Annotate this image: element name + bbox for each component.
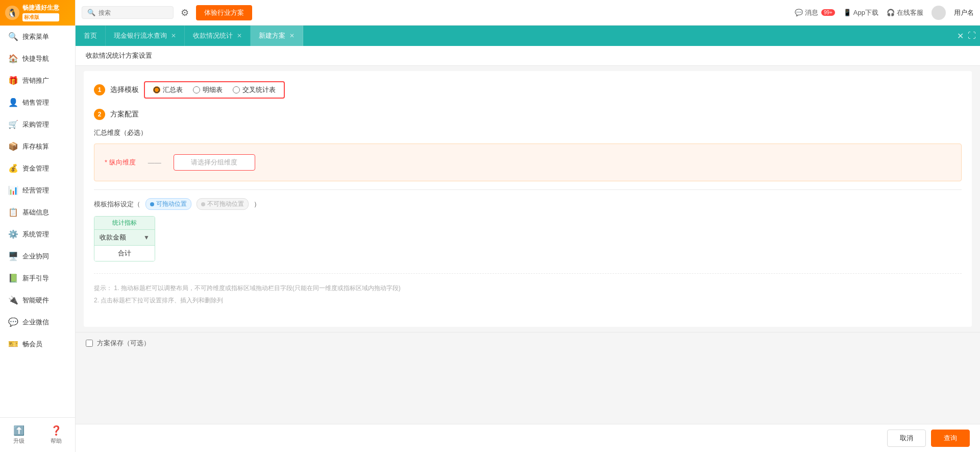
save-option-bar: 方案保存（可选） bbox=[76, 332, 980, 354]
sidebar-item-label: 畅会员 bbox=[22, 340, 42, 349]
sidebar-item-basic-info[interactable]: 📋 基础信息 bbox=[0, 201, 75, 223]
sidebar-item-collab[interactable]: 🖥️ 企业协同 bbox=[0, 245, 75, 267]
sidebar-upgrade-btn[interactable]: ⬆️ 升级 bbox=[0, 422, 38, 448]
sidebar-item-operation[interactable]: 📊 经营管理 bbox=[0, 179, 75, 201]
sidebar-item-inventory[interactable]: 📦 库存核算 bbox=[0, 135, 75, 157]
sidebar-logo: 🐧 畅捷通好生意 标准版 bbox=[0, 0, 75, 26]
sidebar-item-quick-nav[interactable]: 🏠 快捷导航 bbox=[0, 47, 75, 69]
sidebar-item-label: 营销推广 bbox=[22, 76, 49, 85]
radio-summary[interactable]: 汇总表 bbox=[153, 85, 183, 94]
metric-label-row: 模板指标设定（ 可拖动位置 不可拖动位置 ） bbox=[94, 198, 962, 210]
clipboard-icon: 📋 bbox=[8, 207, 18, 217]
draggable-badge: 可拖动位置 bbox=[145, 198, 191, 210]
metric-table-row[interactable]: 收款金额 ▼ bbox=[94, 230, 155, 245]
tips-text: 提示： 1. 拖动标题栏可以调整布局，不可跨维度或指标区域拖动栏目字段(只能在同… bbox=[94, 282, 962, 306]
metric-table: 统计指标 收款金额 ▼ 合计 bbox=[94, 216, 155, 261]
service-icon: 🎧 bbox=[887, 9, 895, 16]
draggable-text: 可拖动位置 bbox=[156, 200, 187, 208]
radio-detail-input[interactable] bbox=[193, 86, 200, 93]
logo-icon: 🐧 bbox=[5, 6, 19, 20]
metric-dropdown-icon[interactable]: ▼ bbox=[143, 234, 150, 241]
settings-icon[interactable]: ⚙ bbox=[181, 7, 189, 18]
step1-header: 1 选择模板 汇总表 明细表 交叉统计表 bbox=[94, 81, 962, 99]
radio-cross-input[interactable] bbox=[233, 86, 240, 93]
query-button[interactable]: 查询 bbox=[931, 430, 970, 447]
vertical-dim-label: 纵向维度 bbox=[105, 158, 136, 167]
radio-cross-label: 交叉统计表 bbox=[242, 85, 276, 94]
cart-icon: 🛒 bbox=[8, 120, 18, 129]
chat-icon: 💬 bbox=[8, 317, 18, 327]
tab-bar: 首页 现金银行流水查询 ✕ 收款情况统计 ✕ 新建方案 ✕ ✕ ⛶ bbox=[76, 26, 980, 46]
sidebar-help-btn[interactable]: ❓ 帮助 bbox=[38, 422, 76, 448]
tab-home-label: 首页 bbox=[84, 31, 97, 40]
tab-receipt-stats-close[interactable]: ✕ bbox=[237, 32, 242, 39]
message-icon: 💬 bbox=[795, 9, 803, 16]
tips-section: 提示： 1. 拖动标题栏可以调整布局，不可跨维度或指标区域拖动栏目字段(只能在同… bbox=[94, 273, 962, 306]
online-service-label: 在线客服 bbox=[897, 8, 923, 17]
search-input[interactable] bbox=[99, 9, 165, 16]
app-download-btn[interactable]: 📱 App下载 bbox=[843, 8, 878, 17]
box-icon: 📦 bbox=[8, 141, 18, 151]
book-icon: 📗 bbox=[8, 273, 18, 283]
sidebar-item-sales[interactable]: 👤 销售管理 bbox=[0, 91, 75, 113]
gift-icon: 🎁 bbox=[8, 76, 18, 85]
sidebar-item-corp-wechat[interactable]: 💬 企业微信 bbox=[0, 311, 75, 333]
trial-button[interactable]: 体验行业方案 bbox=[196, 5, 252, 20]
tab-new-plan[interactable]: 新建方案 ✕ bbox=[251, 26, 303, 46]
online-service-btn[interactable]: 🎧 在线客服 bbox=[887, 8, 923, 17]
step2-header: 2 方案配置 bbox=[94, 109, 962, 120]
step2-num: 2 bbox=[94, 109, 105, 120]
dimension-select[interactable]: 请选择分组维度 bbox=[174, 154, 255, 171]
app-icon: 📱 bbox=[843, 9, 851, 16]
tips-line1: 提示： 1. 拖动标题栏可以调整布局，不可跨维度或指标区域拖动栏目字段(只能在同… bbox=[94, 282, 962, 294]
metric-config-label-suffix: ） bbox=[254, 200, 260, 209]
radio-cross[interactable]: 交叉统计表 bbox=[233, 85, 276, 94]
draggable-dot bbox=[150, 202, 154, 206]
sidebar-item-marketing[interactable]: 🎁 营销推广 bbox=[0, 69, 75, 91]
metric-subtotal: 合计 bbox=[94, 245, 155, 261]
cancel-button[interactable]: 取消 bbox=[887, 430, 926, 447]
form-area: 1 选择模板 汇总表 明细表 交叉统计表 bbox=[84, 71, 972, 327]
tab-home[interactable]: 首页 bbox=[76, 26, 106, 46]
tab-fullscreen-icon[interactable]: ⛶ bbox=[968, 31, 976, 40]
main: 🔍 ⚙ 体验行业方案 💬 消息 99+ 📱 App下载 🎧 在线客服 用户名 bbox=[76, 0, 980, 452]
save-checkbox[interactable] bbox=[86, 340, 93, 347]
metric-name: 收款金额 bbox=[100, 233, 126, 242]
radio-summary-input[interactable] bbox=[153, 86, 160, 93]
sidebar-item-label: 搜索菜单 bbox=[22, 32, 49, 41]
radio-detail[interactable]: 明细表 bbox=[193, 85, 223, 94]
tab-new-plan-close[interactable]: ✕ bbox=[289, 32, 295, 39]
sidebar-item-smart-hw[interactable]: 🔌 智能硬件 bbox=[0, 289, 75, 311]
sidebar-item-label: 采购管理 bbox=[22, 120, 49, 129]
sidebar-item-system[interactable]: ⚙️ 系统管理 bbox=[0, 223, 75, 245]
topbar: 🔍 ⚙ 体验行业方案 💬 消息 99+ 📱 App下载 🎧 在线客服 用户名 bbox=[76, 0, 980, 26]
sidebar-item-label: 资金管理 bbox=[22, 164, 49, 173]
topbar-search-box[interactable]: 🔍 bbox=[82, 6, 174, 19]
sidebar-item-label: 企业微信 bbox=[22, 318, 49, 327]
tab-receipt-stats[interactable]: 收款情况统计 ✕ bbox=[185, 26, 251, 46]
sidebar-item-purchase[interactable]: 🛒 采购管理 bbox=[0, 113, 75, 135]
sidebar-item-guide[interactable]: 📗 新手引导 bbox=[0, 267, 75, 289]
upgrade-label: 升级 bbox=[13, 437, 24, 445]
page-breadcrumb: 收款情况统计方案设置 bbox=[76, 46, 980, 66]
tab-close-all-icon[interactable]: ✕ bbox=[957, 31, 964, 41]
money-icon: 💰 bbox=[8, 163, 18, 173]
tab-cash-bank-close[interactable]: ✕ bbox=[171, 32, 176, 39]
step1-title: 选择模板 bbox=[110, 85, 139, 94]
username-label: 用户名 bbox=[954, 8, 974, 17]
metric-config: 模板指标设定（ 可拖动位置 不可拖动位置 ） bbox=[94, 189, 962, 263]
radio-detail-label: 明细表 bbox=[203, 85, 223, 94]
upgrade-icon: ⬆️ bbox=[13, 425, 24, 436]
tab-cash-bank[interactable]: 现金银行流水查询 ✕ bbox=[106, 26, 185, 46]
tab-cash-bank-label: 现金银行流水查询 bbox=[114, 31, 167, 40]
sidebar: 🐧 畅捷通好生意 标准版 🔍 搜索菜单 🏠 快捷导航 🎁 营销推广 👤 销售管理… bbox=[0, 0, 76, 452]
sidebar-item-finance[interactable]: 💰 资金管理 bbox=[0, 157, 75, 179]
metric-config-label-prefix: 模板指标设定（ bbox=[94, 200, 140, 209]
sidebar-item-search-menu[interactable]: 🔍 搜索菜单 bbox=[0, 26, 75, 47]
sidebar-item-membership[interactable]: 🎫 畅会员 bbox=[0, 333, 75, 355]
message-btn[interactable]: 💬 消息 99+ bbox=[795, 8, 835, 17]
config-section: 汇总维度（必选） 纵向维度 —— 请选择分组维度 模板指标设定（ bbox=[94, 128, 962, 306]
dimension-section-label: 汇总维度（必选） bbox=[94, 128, 962, 137]
sidebar-item-label: 库存核算 bbox=[22, 142, 49, 151]
logo-text: 畅捷通好生意 bbox=[22, 4, 59, 12]
